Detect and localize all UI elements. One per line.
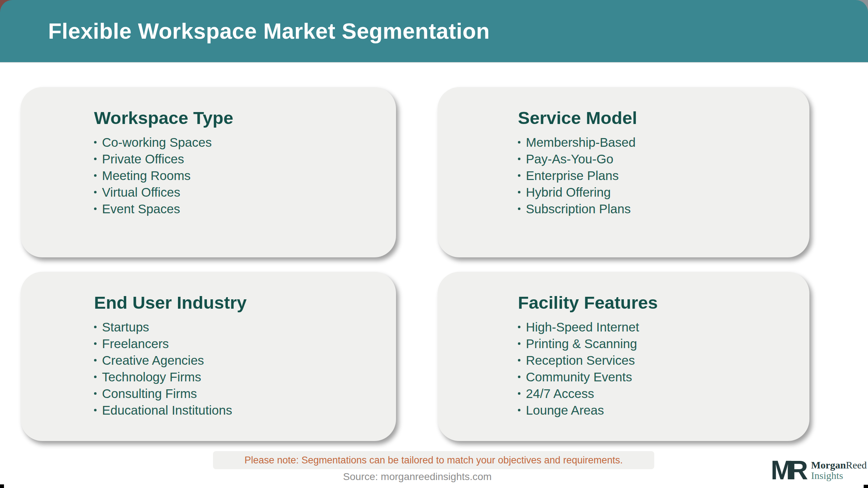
list-item: Printing & Scanning (518, 335, 809, 352)
source-text: Source: morganreedinsights.com (0, 471, 835, 483)
edge-artifact-bottom-left (0, 484, 4, 488)
card-title: Workspace Type (94, 107, 396, 129)
bullet-dot (94, 376, 97, 378)
bullet-dot (518, 207, 520, 210)
list-item: High-Speed Internet (518, 319, 809, 335)
list-item-label: Printing & Scanning (526, 335, 637, 352)
bullet-dot (518, 326, 520, 328)
list-item-label: Co-working Spaces (102, 134, 212, 151)
list-item: Pay-As-You-Go (518, 151, 809, 167)
list-item: Subscription Plans (518, 201, 809, 217)
list-item-label: Pay-As-You-Go (526, 151, 613, 167)
card-title: End User Industry (94, 292, 396, 313)
bullet-dot (518, 359, 520, 361)
logo-name-light: Reed (846, 459, 867, 471)
list-item: Educational Institutions (94, 402, 396, 419)
card-item-list: Membership-Based Pay-As-You-Go Enterpris… (518, 134, 809, 217)
list-item-label: Freelancers (102, 335, 169, 352)
card-item-list: High-Speed Internet Printing & Scanning … (518, 319, 809, 419)
list-item: Meeting Rooms (94, 167, 396, 184)
bullet-dot (518, 409, 520, 411)
edge-artifact-bottom-right (864, 485, 868, 488)
list-item-label: Event Spaces (102, 201, 180, 217)
list-item: Creative Agencies (94, 352, 396, 369)
list-item-label: Private Offices (102, 151, 184, 167)
card-title: Service Model (518, 107, 809, 129)
card-end-user-industry: End User Industry Startups Freelancers C… (21, 272, 396, 441)
list-item-label: Consulting Firms (102, 385, 197, 402)
morganreed-logo: MR MorganReed Insights (771, 459, 867, 482)
list-item: Reception Services (518, 352, 809, 369)
bullet-dot (518, 174, 520, 177)
list-item: Community Events (518, 369, 809, 385)
bullet-dot (94, 141, 97, 144)
list-item: Lounge Areas (518, 402, 809, 419)
list-item: Freelancers (94, 335, 396, 352)
list-item-label: Membership-Based (526, 134, 635, 151)
list-item-label: Lounge Areas (526, 402, 604, 419)
bullet-dot (518, 191, 520, 193)
list-item-label: Virtual Offices (102, 184, 180, 201)
bullet-dot (518, 158, 520, 160)
logo-name: MorganReed (811, 460, 867, 470)
list-item: Event Spaces (94, 201, 396, 217)
note-banner: Please note: Segmentations can be tailor… (213, 451, 654, 469)
mr-monogram-icon: MR (771, 459, 807, 482)
list-item-label: 24/7 Access (526, 385, 594, 402)
list-item-label: Startups (102, 319, 149, 335)
list-item: Enterprise Plans (518, 167, 809, 184)
card-service-model: Service Model Membership-Based Pay-As-Yo… (438, 87, 809, 257)
list-item-label: Educational Institutions (102, 402, 232, 419)
list-item-label: Enterprise Plans (526, 167, 619, 184)
list-item-label: Technology Firms (102, 369, 201, 385)
list-item-label: High-Speed Internet (526, 319, 639, 335)
list-item: Private Offices (94, 151, 396, 167)
list-item-label: Reception Services (526, 352, 635, 369)
bullet-dot (94, 342, 97, 345)
list-item: Startups (94, 319, 396, 335)
bullet-dot (94, 158, 97, 160)
logo-text: MorganReed Insights (811, 460, 867, 481)
slide-header: Flexible Workspace Market Segmentation (0, 0, 868, 62)
list-item: Virtual Offices (94, 184, 396, 201)
card-facility-features: Facility Features High-Speed Internet Pr… (438, 272, 809, 441)
logo-name-bold: Morgan (811, 459, 846, 471)
list-item: Technology Firms (94, 369, 396, 385)
list-item-label: Meeting Rooms (102, 167, 191, 184)
card-title: Facility Features (518, 292, 809, 313)
bullet-dot (518, 392, 520, 395)
bullet-dot (94, 392, 97, 395)
list-item: Consulting Firms (94, 385, 396, 402)
bullet-dot (94, 174, 97, 177)
list-item: 24/7 Access (518, 385, 809, 402)
list-item-label: Hybrid Offering (526, 184, 611, 201)
list-item-label: Creative Agencies (102, 352, 204, 369)
list-item: Hybrid Offering (518, 184, 809, 201)
bullet-dot (94, 207, 97, 210)
list-item: Co-working Spaces (94, 134, 396, 151)
card-workspace-type: Workspace Type Co-working Spaces Private… (21, 87, 396, 257)
bullet-dot (518, 376, 520, 378)
card-item-list: Co-working Spaces Private Offices Meetin… (94, 134, 396, 217)
slide-title: Flexible Workspace Market Segmentation (48, 18, 490, 44)
bullet-dot (94, 359, 97, 361)
bullet-dot (518, 342, 520, 345)
list-item: Membership-Based (518, 134, 809, 151)
bullet-dot (94, 326, 97, 328)
note-text: Please note: Segmentations can be tailor… (244, 455, 623, 466)
bullet-dot (94, 409, 97, 411)
bullet-dot (518, 141, 520, 144)
bullet-dot (94, 191, 97, 193)
list-item-label: Subscription Plans (526, 201, 631, 217)
list-item-label: Community Events (526, 369, 632, 385)
card-item-list: Startups Freelancers Creative Agencies T… (94, 319, 396, 419)
logo-subtitle: Insights (811, 470, 867, 481)
